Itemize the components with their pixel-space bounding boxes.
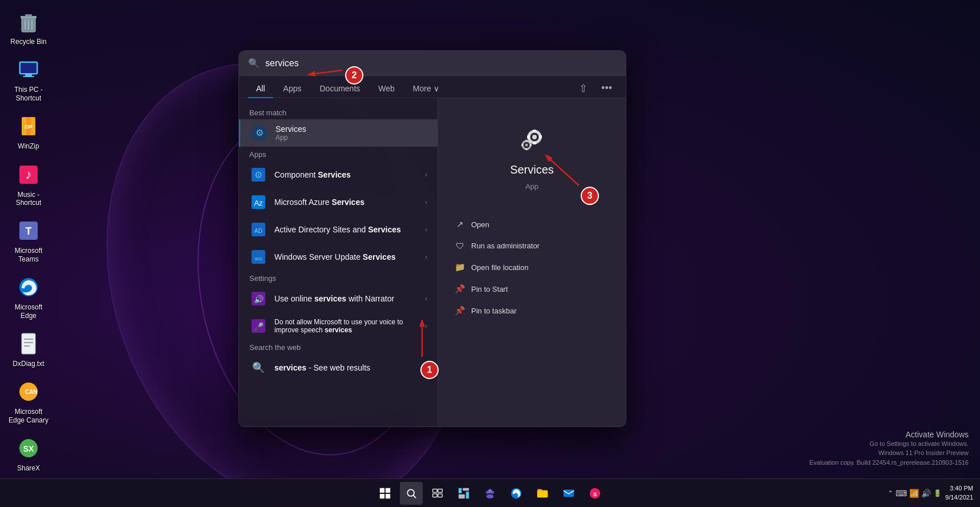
svg-point-62 [407, 489, 414, 496]
open-label: Open [471, 220, 489, 229]
speech-text: Do not allow Microsoft to use your voice… [274, 318, 418, 334]
watermark-title: Activate Windows [809, 430, 969, 439]
taskbar-widgets-button[interactable] [452, 482, 475, 505]
svg-rect-44 [527, 135, 530, 139]
watermark-subtitle: Go to Settings to activate Windows. [809, 439, 969, 449]
apps-section-label: Apps [239, 147, 438, 161]
taskbar-search-button[interactable] [400, 482, 423, 505]
ad-sites-text: Active Directory Sites and Services [274, 225, 418, 234]
svg-rect-43 [533, 142, 536, 144]
tab-more[interactable]: More ∨ [405, 79, 447, 98]
action-pin-start[interactable]: 📌 Pin to Start [447, 279, 617, 299]
taskbar-taskview-button[interactable] [426, 482, 449, 505]
results-left-panel: Best match ⚙ Services App Apps [239, 98, 438, 426]
taskbar-date-display: 9/14/2021 [945, 493, 973, 502]
file-location-label: Open file location [471, 263, 528, 272]
watermark-build-details: Evaluation copy. Build 22454.rs_prerelea… [809, 458, 969, 468]
desktop-icon-edge[interactable]: MicrosoftEdge [6, 271, 51, 322]
desktop-icon-music[interactable]: ♪ Music -Shortcut [6, 159, 51, 210]
tab-web[interactable]: Web [370, 79, 403, 98]
this-pc-icon [15, 56, 42, 83]
taskbar-tray-icons: ⌃ ⌨ 📶 🔊 🔋 [888, 489, 942, 498]
action-open[interactable]: ↗ Open [447, 215, 617, 234]
svg-text:ZIP: ZIP [25, 124, 33, 130]
taskbar-mail-button[interactable] [557, 482, 580, 505]
svg-rect-50 [521, 144, 523, 146]
desktop-icon-dxdiag[interactable]: DxDiag.txt [6, 328, 51, 370]
chevron-icon[interactable]: ⌃ [888, 489, 893, 497]
desktop-icon-this-pc[interactable]: This PC -Shortcut [6, 54, 51, 104]
svg-rect-59 [386, 488, 390, 492]
search-input[interactable] [265, 58, 617, 69]
music-icon: ♪ [15, 161, 42, 188]
azure-services-text: Microsoft Azure Services [274, 198, 418, 207]
best-match-item[interactable]: ⚙ Services App [239, 119, 438, 147]
admin-icon: 🛡 [454, 241, 465, 251]
svg-text:Az: Az [254, 199, 263, 207]
svg-text:🎤: 🎤 [254, 322, 264, 332]
app-azure-services[interactable]: Az Microsoft Azure Services › [239, 188, 438, 216]
setting-narrator[interactable]: 🔊 Use online services with Narrator › [239, 285, 438, 312]
svg-rect-58 [380, 488, 384, 492]
taskbar: S ⌃ ⌨ 📶 🔊 🔋 3:40 PM 9/14/2021 [0, 478, 980, 507]
tab-apps[interactable]: Apps [276, 79, 310, 98]
svg-rect-42 [533, 130, 536, 132]
desktop-icon-sharex[interactable]: SX ShareX [6, 432, 51, 474]
azure-services-title: Microsoft Azure Services [274, 198, 418, 207]
taskbar-files-button[interactable] [531, 482, 554, 505]
desktop-icon-teams[interactable]: T MicrosoftTeams [6, 215, 51, 265]
app-ad-sites[interactable]: AD Active Directory Sites and Services › [239, 216, 438, 243]
this-pc-label: This PC -Shortcut [14, 86, 43, 102]
action-pin-taskbar[interactable]: 📌 Pin to taskbar [447, 301, 617, 320]
wsus-text: Windows Server Update Services [274, 252, 418, 261]
edge-label: MicrosoftEdge [15, 303, 43, 320]
services-app-icon: ⚙ [250, 124, 269, 142]
setting-speech[interactable]: 🎤 Do not allow Microsoft to use your voi… [239, 312, 438, 340]
results-right-panel: Services App ↗ Open 🛡 Run as administrat… [438, 98, 626, 426]
recycle-bin-label: Recycle Bin [10, 38, 46, 46]
share-icon[interactable]: ⇧ [574, 80, 592, 97]
sharex-icon: SX [15, 434, 42, 462]
pin-taskbar-icon: 📌 [454, 305, 465, 316]
taskbar-store-button[interactable]: S [584, 482, 606, 505]
taskbar-clock[interactable]: 3:40 PM 9/14/2021 [945, 484, 973, 502]
ellipsis-icon[interactable]: ••• [597, 80, 617, 97]
arrow-icon-2: › [425, 198, 427, 206]
narrator-text: Use online services with Narrator [274, 294, 418, 303]
taskbar-start-button[interactable] [374, 482, 396, 505]
wifi-icon[interactable]: 📶 [909, 489, 919, 498]
search-icon: 🔍 [248, 58, 260, 69]
search-tabs: All Apps Documents Web More ∨ ⇧ ••• [239, 76, 626, 98]
svg-text:♪: ♪ [26, 167, 32, 182]
sharex-label: ShareX [17, 464, 40, 472]
action-open-file-location[interactable]: 📁 Open file location [447, 257, 617, 277]
svg-rect-78 [564, 489, 574, 497]
svg-rect-77 [537, 491, 548, 497]
desktop-icon-recycle-bin[interactable]: Recycle Bin [6, 6, 51, 48]
taskbar-right: ⌃ ⌨ 📶 🔊 🔋 3:40 PM 9/14/2021 [888, 484, 973, 502]
arrow-icon-3: › [425, 226, 427, 234]
svg-text:T: T [26, 226, 32, 237]
desktop-icon-edge-canary[interactable]: CAN MicrosoftEdge Canary [6, 376, 51, 426]
volume-icon[interactable]: 🔊 [921, 489, 931, 498]
svg-text:AD: AD [254, 228, 262, 234]
edge-canary-icon: CAN [15, 378, 42, 405]
app-component-services[interactable]: ⚙ Component Services › [239, 161, 438, 188]
taskbar-edge-button[interactable] [505, 482, 528, 505]
tab-all[interactable]: All [248, 79, 273, 98]
admin-label: Run as administrator [471, 242, 540, 250]
component-services-title: Component Services [274, 170, 418, 179]
action-run-as-admin[interactable]: 🛡 Run as administrator [447, 236, 617, 255]
settings-section-label: Settings [239, 271, 438, 285]
teams-label: MicrosoftTeams [15, 247, 43, 263]
svg-point-41 [532, 135, 537, 139]
taskbar-center: S [374, 482, 606, 505]
desktop-icon-winzip[interactable]: ZIP WinZip [6, 110, 51, 152]
app-wsus[interactable]: WS Windows Server Update Services › [239, 243, 438, 271]
svg-text:🔊: 🔊 [254, 295, 264, 304]
arrow-icon-6: › [425, 322, 427, 330]
watermark-build-info: Windows 11 Pro Insider Preview [809, 448, 969, 458]
dxdiag-icon [15, 330, 42, 357]
taskbar-chat-button[interactable] [479, 482, 501, 505]
web-search-item[interactable]: 🔍 services - See web results › [239, 354, 438, 381]
